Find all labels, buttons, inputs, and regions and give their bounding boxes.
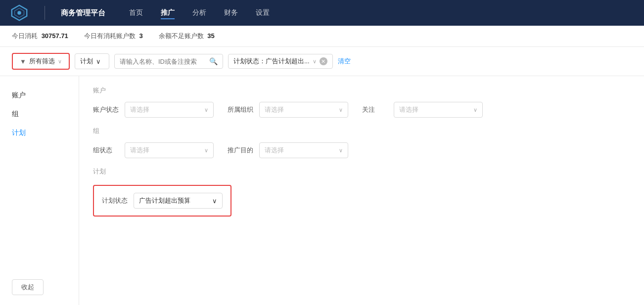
- chevron-down-icon: ∨: [212, 197, 217, 205]
- group-status-label: 组状态: [93, 146, 119, 155]
- account-section-title: 账户: [93, 86, 630, 95]
- stats-bar: 今日消耗 30757.71 今日有消耗账户数 3 余额不足账户数 35: [0, 26, 644, 47]
- plan-status-field: 计划状态 广告计划超出预算 ∨: [102, 193, 223, 209]
- nav-brand: 商务管理平台: [61, 8, 105, 18]
- stat-insufficient: 余额不足账户数 35: [159, 32, 215, 41]
- group-status-select[interactable]: 请选择 ∨: [125, 142, 214, 158]
- search-icon: 🔍: [209, 57, 218, 65]
- nav-item-finance[interactable]: 财务: [224, 8, 238, 17]
- funnel-icon: ▼: [20, 58, 26, 65]
- group-status-field: 组状态 请选择 ∨: [93, 142, 214, 158]
- promo-goal-select[interactable]: 请选择 ∨: [259, 142, 348, 158]
- all-filters-button[interactable]: ▼ 所有筛选 ∨: [12, 53, 70, 70]
- main-content: 账户 组 计划 收起 账户 账户状态 请选择 ∨ 所属组织 请选择 ∨: [0, 76, 644, 305]
- account-status-select[interactable]: 请选择 ∨: [125, 102, 214, 118]
- chevron-down-icon: ∨: [339, 107, 343, 113]
- account-status-field: 账户状态 请选择 ∨: [93, 102, 214, 118]
- filter-tag[interactable]: 计划状态：广告计划超出... ∨ ✕: [228, 54, 333, 69]
- plan-status-select[interactable]: 广告计划超出预算 ∨: [134, 193, 223, 209]
- filter-panel: 账户 账户状态 请选择 ∨ 所属组织 请选择 ∨ 关注 请选择: [79, 76, 644, 305]
- sidebar: 账户 组 计划 收起: [0, 76, 79, 305]
- nav-bar: 商务管理平台 首页 推广 分析 财务 设置: [0, 0, 644, 26]
- chevron-down-icon: ∨: [339, 147, 343, 154]
- nav-item-settings[interactable]: 设置: [256, 8, 270, 17]
- group-filter-row: 组状态 请选择 ∨ 推广目的 请选择 ∨: [93, 142, 630, 158]
- plan-status-label: 计划状态: [102, 196, 128, 205]
- search-input[interactable]: [120, 58, 206, 65]
- nav-item-home[interactable]: 首页: [129, 8, 143, 17]
- stat-today-consume: 今日消耗 30757.71: [12, 32, 68, 41]
- account-status-label: 账户状态: [93, 105, 119, 114]
- plan-section-title: 计划: [93, 167, 630, 176]
- group-section: 组 组状态 请选择 ∨ 推广目的 请选择 ∨: [93, 127, 630, 158]
- group-section-title: 组: [93, 127, 630, 135]
- chevron-down-icon: ∨: [204, 147, 208, 154]
- nav-menu: 首页 推广 分析 财务 设置: [129, 8, 270, 17]
- nav-item-analysis[interactable]: 分析: [192, 8, 206, 17]
- sidebar-item-account[interactable]: 账户: [0, 86, 79, 105]
- follow-label: 关注: [362, 105, 388, 114]
- sidebar-collapse: 收起: [0, 274, 79, 300]
- plan-filter-section: 计划状态 广告计划超出预算 ∨: [93, 185, 231, 217]
- account-filter-row: 账户状态 请选择 ∨ 所属组织 请选择 ∨ 关注 请选择 ∨: [93, 102, 630, 118]
- filter-bar: ▼ 所有筛选 ∨ 计划 ∨ 🔍 计划状态：广告计划超出... ∨ ✕ 清空: [0, 47, 644, 76]
- svg-point-2: [17, 11, 21, 15]
- level-dropdown[interactable]: 计划 ∨: [75, 53, 109, 69]
- chevron-down-icon: ∨: [96, 58, 101, 65]
- search-box[interactable]: 🔍: [114, 54, 223, 69]
- follow-select[interactable]: 请选择 ∨: [394, 102, 483, 118]
- sidebar-item-group[interactable]: 组: [0, 105, 79, 124]
- nav-divider: [45, 6, 45, 20]
- logo-icon: [10, 3, 29, 22]
- org-field: 所属组织 请选择 ∨: [228, 102, 348, 118]
- tag-close-button[interactable]: ✕: [320, 57, 327, 65]
- sidebar-menu: 账户 组 计划: [0, 86, 79, 142]
- clear-button[interactable]: 清空: [338, 57, 351, 66]
- collapse-button[interactable]: 收起: [12, 279, 44, 295]
- org-select[interactable]: 请选择 ∨: [259, 102, 348, 118]
- promo-goal-label: 推广目的: [228, 146, 253, 155]
- nav-item-promo[interactable]: 推广: [161, 8, 175, 17]
- chevron-down-icon: ∨: [313, 58, 317, 65]
- chevron-down-icon: ∨: [204, 107, 208, 113]
- chevron-down-icon: ∨: [473, 107, 477, 113]
- stat-today-accounts: 今日有消耗账户数 3: [84, 32, 143, 41]
- org-label: 所属组织: [228, 105, 253, 114]
- follow-field: 关注 请选择 ∨: [362, 102, 483, 118]
- promo-goal-field: 推广目的 请选择 ∨: [228, 142, 348, 158]
- sidebar-item-plan[interactable]: 计划: [0, 124, 79, 142]
